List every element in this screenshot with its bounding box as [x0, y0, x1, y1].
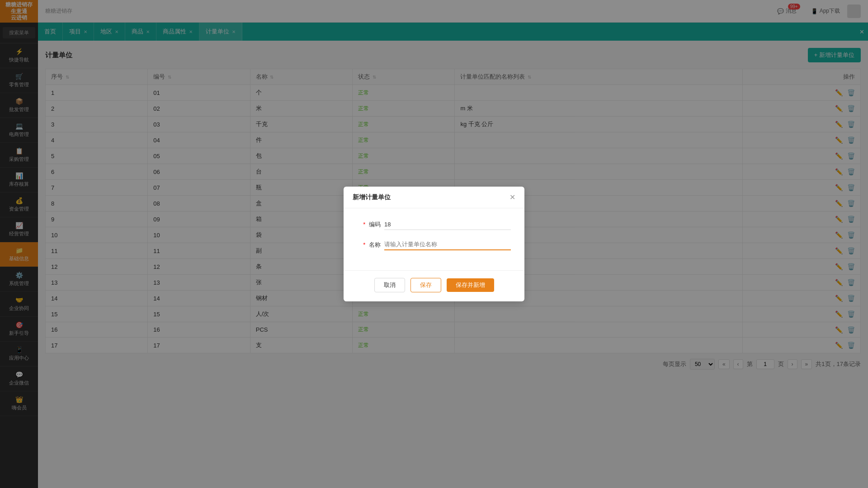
save-button[interactable]: 保存 [410, 278, 441, 292]
form-code-item: * 编码 [357, 219, 511, 230]
modal-overlay: 新增计量单位 ✕ * 编码 * 名称 取消 保存 保存并新增 [0, 0, 868, 488]
modal-close-button[interactable]: ✕ [509, 193, 515, 202]
modal-header: 新增计量单位 ✕ [344, 187, 524, 208]
add-unit-modal: 新增计量单位 ✕ * 编码 * 名称 取消 保存 保存并新增 [344, 187, 524, 301]
form-code-label: * 编码 [357, 221, 384, 229]
cancel-button[interactable]: 取消 [374, 278, 405, 292]
modal-title: 新增计量单位 [353, 193, 391, 202]
modal-body: * 编码 * 名称 [344, 208, 524, 270]
form-name-item: * 名称 [357, 239, 511, 250]
code-input[interactable] [384, 219, 511, 230]
form-name-label: * 名称 [357, 241, 384, 249]
save-continue-button[interactable]: 保存并新增 [447, 278, 494, 292]
form-code-required: * [363, 221, 365, 228]
modal-footer: 取消 保存 保存并新增 [344, 270, 524, 301]
form-name-required: * [363, 241, 365, 248]
name-input[interactable] [384, 239, 511, 250]
